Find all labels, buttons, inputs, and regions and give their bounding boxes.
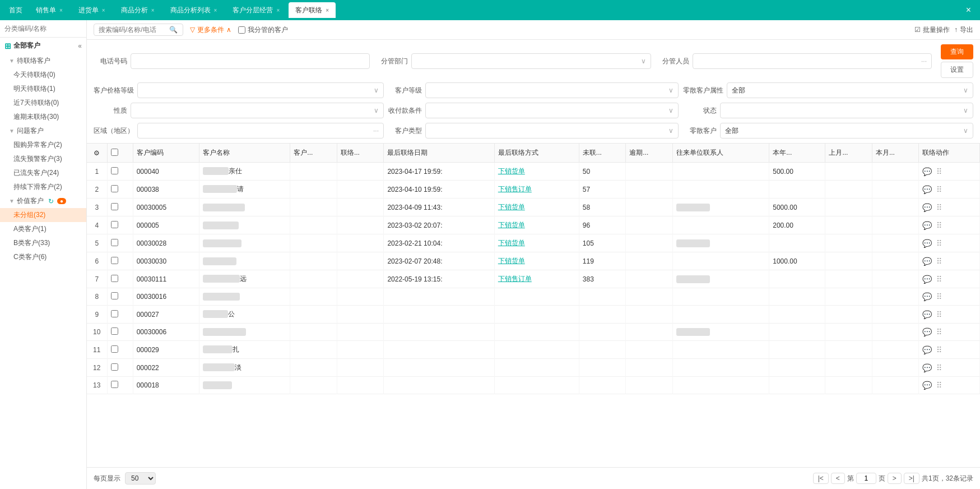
page-first-btn[interactable]: |< (813, 473, 829, 484)
sidebar-item-churned[interactable]: 已流失客户(24) (0, 166, 86, 180)
filter-customer-level-select[interactable]: ∨ (425, 82, 679, 98)
per-page-select[interactable]: 50 100 (125, 472, 156, 485)
nav-tab-sales[interactable]: 销售单 × (29, 2, 69, 18)
nav-tab-analysis-list[interactable]: 商品分析列表 × (164, 2, 224, 18)
row-checkbox[interactable] (111, 257, 118, 264)
row-checkbox[interactable] (111, 203, 118, 210)
sidebar-item-today[interactable]: 今天待联络(0) (0, 68, 86, 82)
action-grid-icon[interactable]: ⠿ (936, 239, 942, 248)
row-checkbox[interactable] (111, 381, 118, 388)
action-grid-icon[interactable]: ⠿ (936, 363, 942, 372)
export-btn[interactable]: ↑ 导出 (954, 25, 973, 35)
action-chat-icon[interactable]: 💬 (922, 257, 932, 266)
action-chat-icon[interactable]: 💬 (922, 185, 932, 194)
close-purchase-tab[interactable]: × (102, 7, 105, 13)
action-chat-icon[interactable]: 💬 (922, 167, 932, 176)
close-analysis-list-tab[interactable]: × (214, 7, 217, 13)
sidebar-item-c-class[interactable]: C类客户(6) (0, 250, 86, 264)
sidebar-group-problem[interactable]: ▼ 问题客户 (0, 124, 86, 138)
page-prev-btn[interactable]: < (831, 473, 845, 484)
sidebar-item-overdue[interactable]: 逾期未联络(30) (0, 110, 86, 124)
action-chat-icon[interactable]: 💬 (922, 310, 932, 319)
sidebar-collapse-icon[interactable]: « (78, 42, 82, 50)
sidebar-search-input[interactable] (4, 25, 87, 33)
action-grid-icon[interactable]: ⠿ (936, 327, 942, 336)
filter-manager-select[interactable]: ··· (693, 53, 932, 69)
action-chat-icon[interactable]: 💬 (922, 292, 932, 301)
action-chat-icon[interactable]: 💬 (922, 203, 932, 212)
filter-phone-input[interactable] (131, 53, 370, 69)
nav-tab-customer-tier[interactable]: 客户分层经营 × (226, 2, 286, 18)
sidebar-item-abnormal[interactable]: 囤购异常客户(2) (0, 138, 86, 152)
page-next-btn[interactable]: > (888, 473, 902, 484)
action-grid-icon[interactable]: ⠿ (936, 310, 942, 319)
select-all-checkbox[interactable] (111, 149, 118, 156)
close-all-tabs[interactable]: × (962, 5, 976, 15)
row-checkbox[interactable] (111, 221, 118, 228)
row-checkbox[interactable] (111, 292, 118, 299)
action-grid-icon[interactable]: ⠿ (936, 345, 942, 354)
th-settings[interactable]: ⚙ (87, 144, 107, 163)
action-grid-icon[interactable]: ⠿ (936, 167, 942, 176)
row-checkbox[interactable] (111, 185, 118, 192)
filter-price-level-select[interactable]: ∨ (137, 82, 384, 98)
sidebar-group-value[interactable]: ▼ 价值客户 ↻ ● (0, 194, 86, 208)
action-grid-icon[interactable]: ⠿ (936, 257, 942, 266)
my-customers-check[interactable] (238, 26, 245, 34)
filter-status-select[interactable]: ∨ (720, 103, 973, 118)
row-checkbox[interactable] (111, 310, 118, 317)
action-grid-icon[interactable]: ⠿ (936, 203, 942, 212)
sidebar-item-tomorrow[interactable]: 明天待联络(1) (0, 82, 86, 96)
action-chat-icon[interactable]: 💬 (922, 363, 932, 372)
reset-btn[interactable]: 设置 (941, 62, 973, 78)
row-checkbox[interactable] (111, 363, 118, 371)
sidebar-item-a-class[interactable]: A类客户(1) (0, 222, 86, 236)
action-chat-icon[interactable]: 💬 (922, 239, 932, 248)
sidebar-item-7days[interactable]: 近7天待联络(0) (0, 96, 86, 110)
row-checkbox[interactable] (111, 345, 118, 353)
sidebar-item-ungroup[interactable]: 未分组(32) (0, 208, 86, 222)
filter-retail-customer-select[interactable]: 全部 ∨ (720, 123, 973, 139)
action-grid-icon[interactable]: ⠿ (936, 221, 942, 230)
action-chat-icon[interactable]: 💬 (922, 221, 932, 230)
page-input[interactable] (856, 473, 876, 484)
close-customer-tier-tab[interactable]: × (276, 7, 280, 13)
sidebar-group-pending[interactable]: ▼ 待联络客户 (0, 54, 86, 68)
filter-search-input[interactable] (99, 26, 166, 34)
sidebar-all-customers[interactable]: ⊞ 全部客户 « (0, 38, 86, 54)
sidebar-item-declining[interactable]: 持续下滑客户(2) (0, 180, 86, 194)
row-checkbox[interactable] (111, 275, 118, 282)
action-grid-icon[interactable]: ⠿ (936, 292, 942, 301)
close-customer-contact-tab[interactable]: × (326, 7, 329, 13)
filter-nature-select[interactable]: ∨ (131, 103, 384, 118)
page-last-btn[interactable]: >| (904, 473, 919, 484)
action-chat-icon[interactable]: 💬 (922, 345, 932, 354)
action-grid-icon[interactable]: ⠿ (936, 185, 942, 194)
nav-tab-analysis[interactable]: 商品分析 × (114, 2, 161, 18)
filter-customer-type-select[interactable]: ∨ (425, 123, 679, 139)
close-analysis-tab[interactable]: × (151, 7, 155, 13)
action-grid-icon[interactable]: ⠿ (936, 275, 942, 284)
action-chat-icon[interactable]: 💬 (922, 327, 932, 336)
action-chat-icon[interactable]: 💬 (922, 381, 932, 390)
nav-tab-customer-contact[interactable]: 客户联络 × (289, 2, 336, 18)
filter-region-select[interactable]: ··· (137, 123, 384, 139)
query-btn[interactable]: 查询 (941, 44, 973, 59)
row-checkbox[interactable] (111, 167, 118, 174)
batch-ops-btn[interactable]: ☑ 批量操作 (914, 25, 950, 35)
row-checkbox[interactable] (111, 239, 118, 246)
action-grid-icon[interactable]: ⠿ (936, 381, 942, 390)
filter-payment-select[interactable]: ∨ (425, 103, 679, 118)
more-filters-btn[interactable]: ▽ 更多条件 ∧ (190, 25, 231, 35)
nav-home[interactable]: 首页 (4, 6, 27, 15)
nav-tab-purchase[interactable]: 进货单 × (72, 2, 112, 18)
action-chat-icon[interactable]: 💬 (922, 275, 932, 284)
filter-dept-select[interactable]: ∨ (411, 53, 651, 69)
filter-search-icon[interactable]: 🔍 (169, 26, 178, 34)
sidebar-item-b-class[interactable]: B类客户(33) (0, 236, 86, 250)
close-sales-tab[interactable]: × (59, 7, 63, 13)
row-checkbox[interactable] (111, 327, 118, 335)
filter-retail-attr-select[interactable]: 全部 ∨ (727, 82, 973, 98)
sidebar-item-churn-warn[interactable]: 流失预警客户(3) (0, 152, 86, 166)
value-refresh-icon[interactable]: ↻ (48, 197, 54, 205)
